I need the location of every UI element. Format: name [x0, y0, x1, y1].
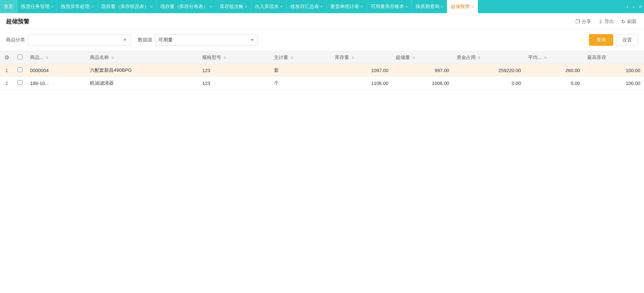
max-stock: 100.00 — [583, 64, 644, 77]
sort-icon[interactable]: ⇅ — [544, 56, 547, 60]
data-source-label: 数据源 — [138, 37, 152, 43]
nav-item-stock-dist[interactable]: 现存量（库存分布表） × — [157, 0, 216, 13]
nav-item-exception[interactable]: 拣货异常处理 × — [57, 0, 97, 13]
nav-close-button[interactable]: × — [637, 0, 644, 13]
close-icon[interactable]: × — [471, 4, 473, 9]
stock: 1097.00 — [331, 64, 392, 77]
settings-button[interactable]: 设置 — [616, 34, 638, 46]
share-button[interactable]: ❐ 分享 — [574, 18, 593, 26]
refresh-button[interactable]: ↻ 刷新 — [620, 18, 638, 26]
sort-icon[interactable]: ⇅ — [45, 56, 48, 60]
table-body: 1 0000004 六配套新昌490BPG 123 套 1097.00 997.… — [0, 64, 644, 90]
nav-item-summary[interactable]: 收发存汇总表 × — [287, 0, 327, 13]
table-row[interactable]: 2 186-10... 机油滤清器 123 个 1106.00 1006.00 … — [0, 77, 644, 90]
nav-arrows: ‹ › × — [624, 0, 644, 13]
sort-icon[interactable]: ⇅ — [223, 56, 226, 60]
th-product-code: 商品... ⇅ — [26, 51, 86, 64]
over-stock: 1006.00 — [392, 77, 453, 90]
nav-item-home[interactable]: 首页 — [0, 0, 17, 13]
data-source-select[interactable]: 可用量 ▼ — [155, 34, 258, 46]
nav-next-button[interactable]: › — [630, 0, 637, 13]
filter-row: 商品分类 ▼ 数据源 可用量 ▼ 查询 设置 — [0, 29, 644, 51]
nav-item-demand[interactable]: 要货单统计表 × — [327, 0, 367, 13]
export-icon: ⇩ — [599, 19, 603, 25]
data-table: ⚙ 商品... ⇅ 商品名称 ⇅ 规格型号 ⇅ — [0, 51, 644, 90]
nav-item-available[interactable]: 可用量库存账本 × — [367, 0, 412, 13]
filter-actions: 查询 设置 — [589, 34, 638, 46]
sort-icon[interactable]: ⇅ — [412, 56, 415, 60]
spec: 123 — [198, 64, 270, 77]
close-icon[interactable]: × — [209, 4, 212, 9]
row-checkbox-cell — [13, 77, 26, 90]
unit: 个 — [270, 77, 331, 90]
query-button[interactable]: 查询 — [589, 34, 613, 46]
th-max-stock: 最高库存 — [583, 51, 644, 64]
chevron-down-icon: ▼ — [123, 37, 127, 42]
gear-icon[interactable]: ⚙ — [4, 54, 9, 60]
th-product-name: 商品名称 ⇅ — [86, 51, 199, 64]
product-name: 机油滤清器 — [86, 77, 199, 90]
unit: 套 — [270, 64, 331, 77]
nav-item-quality[interactable]: 保质期查询 × — [412, 0, 447, 13]
capital: 0.00 — [453, 77, 525, 90]
refresh-icon: ↻ — [621, 19, 626, 25]
filter-product-category: 商品分类 ▼ — [6, 34, 131, 46]
nav-prev-button[interactable]: ‹ — [624, 0, 630, 13]
avg: 0.00 — [524, 77, 583, 90]
th-settings: ⚙ — [0, 51, 13, 64]
page-title: 超储预警 — [6, 18, 29, 26]
close-icon[interactable]: × — [245, 4, 247, 9]
spec: 123 — [198, 77, 270, 90]
sort-icon[interactable]: ⇅ — [111, 56, 114, 60]
close-icon[interactable]: × — [280, 4, 282, 9]
chevron-down-icon: ▼ — [250, 37, 255, 42]
th-capital: 资金占用 ⇅ — [453, 51, 525, 64]
product-name: 六配套新昌490BPG — [86, 64, 199, 77]
th-unit: 主计量 ⇅ — [270, 51, 331, 64]
close-icon[interactable]: × — [361, 4, 363, 9]
th-spec: 规格型号 ⇅ — [198, 51, 270, 64]
data-source-value: 可用量 — [158, 37, 173, 43]
th-avg: 平均... ⇅ — [524, 51, 583, 64]
nav-item-batch[interactable]: 库存批次账 × — [216, 0, 251, 13]
nav-bar: 首页 拣货任务管理 × 拣货异常处理 × 现存量（库存状况表） × 现存量（库存… — [0, 0, 644, 13]
export-button[interactable]: ⇩ 导出 — [597, 18, 615, 26]
row-checkbox[interactable] — [18, 67, 22, 72]
row-checkbox-cell — [13, 64, 26, 77]
close-icon[interactable]: × — [150, 4, 153, 9]
table-header-row: ⚙ 商品... ⇅ 商品名称 ⇅ 规格型号 ⇅ — [0, 51, 644, 64]
avg: 260.00 — [524, 64, 583, 77]
capital: 259220.00 — [453, 64, 525, 77]
close-icon[interactable]: × — [406, 4, 408, 9]
product-code: 186-10... — [26, 77, 86, 90]
max-stock: 100.00 — [583, 77, 644, 90]
nav-item-overstock[interactable]: 超储预警 × — [447, 0, 477, 13]
sort-icon[interactable]: ⇅ — [351, 56, 354, 60]
th-over-stock: 超储量 ⇅ — [392, 51, 453, 64]
nav-item-task[interactable]: 拣货任务管理 × — [17, 0, 57, 13]
share-icon: ❐ — [575, 19, 580, 25]
close-icon[interactable]: × — [441, 4, 443, 9]
select-all-checkbox[interactable] — [18, 55, 22, 59]
filter-data-source: 数据源 可用量 ▼ — [138, 34, 258, 46]
nav-item-stock-status[interactable]: 现存量（库存状况表） × — [98, 0, 157, 13]
table-row[interactable]: 1 0000004 六配套新昌490BPG 123 套 1097.00 997.… — [0, 64, 644, 77]
th-checkbox — [13, 51, 26, 64]
close-icon[interactable]: × — [321, 4, 323, 9]
th-stock: 库存量 ⇅ — [331, 51, 392, 64]
over-stock: 997.00 — [392, 64, 453, 77]
nav-item-inout[interactable]: 出入库流水 × — [251, 0, 286, 13]
row-checkbox[interactable] — [18, 80, 22, 85]
stock: 1106.00 — [331, 77, 392, 90]
close-icon[interactable]: × — [91, 4, 93, 9]
product-category-select[interactable]: ▼ — [28, 34, 131, 46]
page-header: 超储预警 ❐ 分享 ⇩ 导出 ↻ 刷新 — [0, 13, 644, 29]
close-icon[interactable]: × — [51, 4, 53, 9]
sort-icon[interactable]: ⇅ — [290, 56, 293, 60]
product-code: 0000004 — [26, 64, 86, 77]
row-num: 1 — [0, 64, 13, 77]
product-category-label: 商品分类 — [6, 37, 25, 43]
sort-icon[interactable]: ⇅ — [477, 56, 480, 60]
table-container: ⚙ 商品... ⇅ 商品名称 ⇅ 规格型号 ⇅ — [0, 51, 644, 90]
row-num: 2 — [0, 77, 13, 90]
